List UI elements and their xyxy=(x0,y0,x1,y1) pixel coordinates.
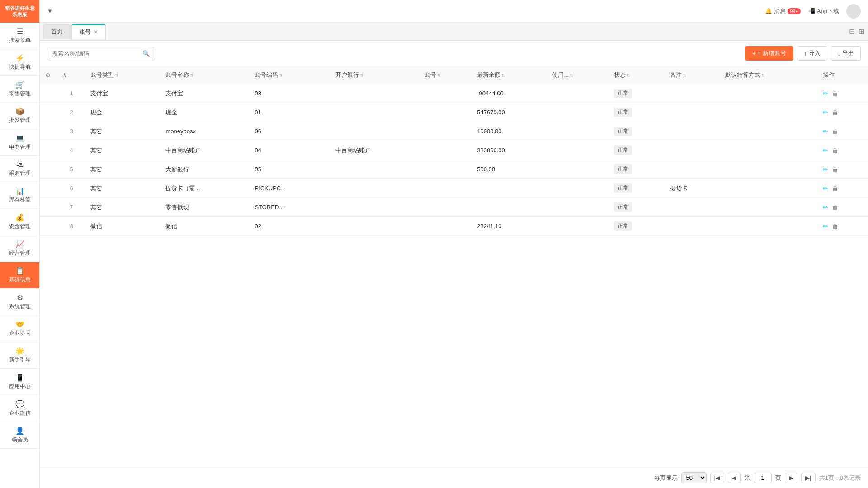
col-balance[interactable]: 最新余额⇅ xyxy=(472,66,547,84)
row-account xyxy=(419,84,472,103)
column-settings-icon[interactable]: ⚙ xyxy=(45,72,51,79)
col-index: # xyxy=(58,66,85,84)
sort-payment-icon: ⇅ xyxy=(761,73,765,78)
sidebar-item-system[interactable]: ⚙系统管理 xyxy=(0,289,39,315)
sidebar-item-app-center[interactable]: 📱应用中心 xyxy=(0,369,39,395)
row-type: 其它 xyxy=(85,160,160,179)
table-row: 7 其它 零售抵现 STORED... 正常 ✏ 🗑 xyxy=(40,198,868,217)
import-button[interactable]: ↑ 导入 xyxy=(797,46,827,61)
toolbar: 🔍 + + 新增账号 ↑ 导入 ↓ 导出 xyxy=(40,41,868,66)
content-area: 🔍 + + 新增账号 ↑ 导入 ↓ 导出 xyxy=(40,41,868,488)
sidebar-item-inventory[interactable]: 📊库存核算 xyxy=(0,182,39,209)
delete-button[interactable]: 🗑 xyxy=(832,147,838,154)
sidebar-item-enterprise-wx[interactable]: 💬企业微信 xyxy=(0,395,39,422)
row-remark xyxy=(665,141,720,160)
first-page-button[interactable]: |◀ xyxy=(710,473,724,483)
header-dropdown[interactable]: ▼ xyxy=(47,8,53,14)
toolbar-right: + + 新增账号 ↑ 导入 ↓ 导出 xyxy=(745,46,861,61)
total-info: 共1页，8条记录 xyxy=(819,474,861,482)
sidebar-item-member[interactable]: 👤畅会员 xyxy=(0,422,39,449)
col-bank[interactable]: 开户银行⇅ xyxy=(330,66,419,84)
sidebar-item-quick-nav[interactable]: ⚡快捷导航 xyxy=(0,49,39,76)
add-icon: + xyxy=(752,50,756,57)
sidebar: 稻谷进好生意乐惠版 ☰搜索菜单 ⚡快捷导航 🛒零售管理 📦批发管理 💻电商管理 … xyxy=(0,0,40,488)
row-action: ✏ 🗑 xyxy=(817,103,868,122)
pagination: 每页显示 50 20 100 |◀ ◀ 第 页 ▶ ▶| 共1页，8条记录 xyxy=(40,467,868,488)
col-payment[interactable]: 默认结算方式⇅ xyxy=(720,66,817,84)
accounts-table: ⚙ # 账号类型⇅ 账号名称⇅ 账号编码⇅ 开户银行⇅ 账号⇅ 最新余额⇅ 使用… xyxy=(40,66,868,236)
delete-button[interactable]: 🗑 xyxy=(832,223,838,230)
message-button[interactable]: 🔔 消息 99+ xyxy=(765,7,801,15)
tab-close-icon[interactable]: ✕ xyxy=(94,29,98,35)
row-index: 6 xyxy=(58,179,85,198)
sort-type-icon: ⇅ xyxy=(115,73,118,78)
sidebar-item-ecommerce[interactable]: 💻电商管理 xyxy=(0,129,39,156)
col-type[interactable]: 账号类型⇅ xyxy=(85,66,160,84)
delete-button[interactable]: 🗑 xyxy=(832,204,838,211)
delete-button[interactable]: 🗑 xyxy=(832,109,838,116)
sidebar-item-basic-info[interactable]: 📋基础信息 xyxy=(0,262,39,289)
sidebar-item-finance[interactable]: 💰资金管理 xyxy=(0,209,39,235)
delete-button[interactable]: 🗑 xyxy=(832,166,838,173)
sort-bank-icon: ⇅ xyxy=(360,73,363,78)
edit-button[interactable]: ✏ xyxy=(823,128,828,135)
sidebar-item-guide[interactable]: 🌟新手引导 xyxy=(0,342,39,369)
sidebar-item-enterprise[interactable]: 🤝企业协同 xyxy=(0,315,39,342)
sidebar-item-retail[interactable]: 🛒零售管理 xyxy=(0,76,39,103)
sort-account-icon: ⇅ xyxy=(437,73,441,78)
col-account[interactable]: 账号⇅ xyxy=(419,66,472,84)
delete-button[interactable]: 🗑 xyxy=(832,90,838,97)
row-name: 中百商场账户 xyxy=(160,141,249,160)
edit-button[interactable]: ✏ xyxy=(823,185,828,192)
next-page-button[interactable]: ▶ xyxy=(785,473,797,483)
edit-button[interactable]: ✏ xyxy=(823,223,828,230)
tab-bar: 首页 账号 ✕ ⊟ ⊞ xyxy=(40,23,868,41)
sidebar-item-operations[interactable]: 📈经营管理 xyxy=(0,235,39,262)
message-icon: 🔔 xyxy=(765,8,772,14)
edit-button[interactable]: ✏ xyxy=(823,166,828,173)
page-number-input[interactable] xyxy=(754,473,772,483)
tab-minimize-icon[interactable]: ⊟ xyxy=(849,27,855,36)
app-download-icon: 📲 xyxy=(808,8,815,14)
delete-button[interactable]: 🗑 xyxy=(832,128,838,135)
table-row: 6 其它 提货卡（零... PICKUPC... 正常 提货卡 ✏ 🗑 xyxy=(40,179,868,198)
col-status[interactable]: 状态⇅ xyxy=(609,66,665,84)
col-settings[interactable]: ⚙ xyxy=(40,66,58,84)
sidebar-item-purchase[interactable]: 🛍采购管理 xyxy=(0,156,39,182)
tab-home[interactable]: 首页 xyxy=(43,24,71,39)
table-row: 4 其它 中百商场账户 04 中百商场账户 383866.00 正常 ✏ 🗑 xyxy=(40,141,868,160)
last-page-button[interactable]: ▶| xyxy=(801,473,815,483)
search-box[interactable]: 🔍 xyxy=(47,47,155,60)
delete-button[interactable]: 🗑 xyxy=(832,185,838,192)
edit-button[interactable]: ✏ xyxy=(823,109,828,116)
sidebar-item-search-menu[interactable]: ☰搜索菜单 xyxy=(0,23,39,49)
app-download-button[interactable]: 📲 App下载 xyxy=(808,7,839,15)
col-name[interactable]: 账号名称⇅ xyxy=(160,66,249,84)
search-input[interactable] xyxy=(47,47,138,60)
prev-page-button[interactable]: ◀ xyxy=(728,473,741,483)
add-account-button[interactable]: + + 新增账号 xyxy=(745,46,793,61)
col-remark[interactable]: 备注⇅ xyxy=(665,66,720,84)
per-page-select[interactable]: 50 20 100 xyxy=(681,472,707,483)
export-icon: ↓ xyxy=(838,50,841,57)
edit-button[interactable]: ✏ xyxy=(823,90,828,97)
tab-account[interactable]: 账号 ✕ xyxy=(71,24,106,39)
row-balance: 10000.00 xyxy=(472,122,547,141)
status-badge: 正常 xyxy=(614,89,632,98)
row-action: ✏ 🗑 xyxy=(817,198,868,217)
quick-nav-icon: ⚡ xyxy=(2,54,37,62)
row-bank xyxy=(330,122,419,141)
export-button[interactable]: ↓ 导出 xyxy=(831,46,861,61)
row-usage xyxy=(547,160,609,179)
row-payment xyxy=(720,103,817,122)
tab-expand-icon[interactable]: ⊞ xyxy=(859,27,864,36)
col-usage[interactable]: 使用...⇅ xyxy=(547,66,609,84)
user-avatar[interactable] xyxy=(846,4,861,19)
sidebar-item-wholesale[interactable]: 📦批发管理 xyxy=(0,103,39,129)
page-prefix-label: 第 xyxy=(744,474,750,482)
search-button[interactable]: 🔍 xyxy=(138,47,155,60)
edit-button[interactable]: ✏ xyxy=(823,147,828,154)
col-code[interactable]: 账号编码⇅ xyxy=(249,66,330,84)
row-usage xyxy=(547,122,609,141)
edit-button[interactable]: ✏ xyxy=(823,204,828,211)
